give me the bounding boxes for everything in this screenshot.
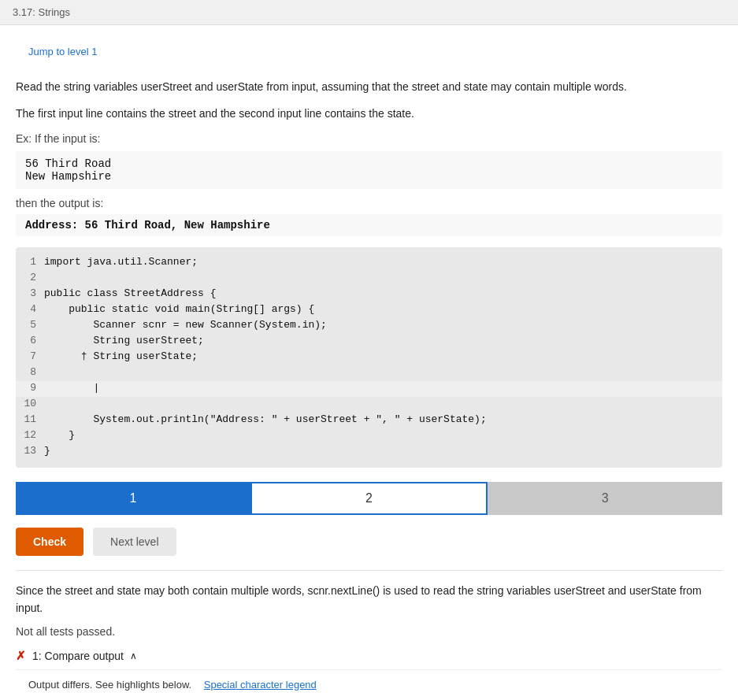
- code-line-3: 3 public class StreetAddress {: [16, 287, 722, 302]
- line-code: }: [44, 445, 722, 457]
- code-line-13: 13 }: [16, 444, 722, 460]
- line-number: 3: [16, 287, 44, 299]
- test-result-row[interactable]: ✗ 1: Compare output ∧: [16, 649, 722, 663]
- main-content: Read the string variables userStreet and…: [0, 65, 738, 700]
- output-example: Address: 56 Third Road, New Hampshire: [16, 214, 722, 236]
- description-line2: The first input line contains the street…: [16, 105, 722, 122]
- code-line-2: 2: [16, 271, 722, 287]
- line-number: 12: [16, 429, 44, 441]
- level-tab-1[interactable]: 1: [16, 482, 250, 515]
- level-tab-2[interactable]: 2: [250, 482, 488, 515]
- level-tab-3-label: 3: [602, 491, 609, 506]
- check-button[interactable]: Check: [16, 528, 83, 556]
- line-code: [44, 366, 722, 378]
- code-line-10: 10: [16, 397, 722, 413]
- breadcrumb-bar: 3.17: Strings: [0, 0, 738, 25]
- code-line-12: 12 }: [16, 428, 722, 444]
- line-code: }: [44, 429, 722, 441]
- output-diff-section: Output differs. See highlights below. Sp…: [16, 669, 722, 698]
- line-number: 10: [16, 398, 44, 409]
- line-code: System.out.println("Address: " + userStr…: [44, 413, 722, 425]
- description-line1: Read the string variables userStreet and…: [16, 78, 722, 95]
- level-tabs: 1 2 3: [16, 482, 722, 515]
- line-number: 1: [16, 256, 44, 268]
- code-line-5: 5 Scanner scnr = new Scanner(System.in);: [16, 318, 722, 334]
- code-editor[interactable]: 1 import java.util.Scanner; 2 3 public c…: [16, 247, 722, 468]
- feedback-section: Since the street and state may both cont…: [16, 570, 722, 700]
- buttons-row: Check Next level: [16, 528, 722, 556]
- special-char-legend-link[interactable]: Special character legend: [204, 679, 317, 691]
- line-number: 9: [16, 382, 44, 394]
- code-line-8: 8: [16, 365, 722, 381]
- code-line-7: 7 † String userState;: [16, 350, 722, 365]
- output-label: then the output is:: [16, 197, 722, 209]
- line-number: 13: [16, 445, 44, 457]
- breadcrumb-text: 3.17: Strings: [13, 6, 70, 18]
- code-line-6: 6 String userStreet;: [16, 334, 722, 350]
- chevron-up-icon: ∧: [130, 650, 137, 661]
- line-code: † String userState;: [44, 350, 722, 362]
- line-number: 2: [16, 272, 44, 283]
- line-code: |: [44, 382, 722, 394]
- line-code: Scanner scnr = new Scanner(System.in);: [44, 319, 722, 331]
- code-line-9: 9 |: [16, 381, 722, 397]
- code-line-4: 4 public static void main(String[] args)…: [16, 302, 722, 318]
- not-passed-text: Not all tests passed.: [16, 625, 722, 638]
- next-level-button[interactable]: Next level: [93, 528, 176, 556]
- level-tab-1-label: 1: [129, 491, 136, 506]
- level-tab-2-label: 2: [365, 491, 373, 506]
- line-code: import java.util.Scanner;: [44, 256, 722, 268]
- level-tab-3[interactable]: 3: [488, 482, 722, 515]
- line-number: 8: [16, 366, 44, 378]
- test-result-label: 1: Compare output: [32, 650, 124, 662]
- page-wrapper: 3.17: Strings Jump to level 1 Read the s…: [0, 0, 738, 700]
- output-diff-text: Output differs. See highlights below.: [28, 679, 191, 691]
- line-code: [44, 272, 722, 283]
- code-line-11: 11 System.out.println("Address: " + user…: [16, 413, 722, 428]
- line-code: [44, 398, 722, 409]
- jump-to-level-link[interactable]: Jump to level 1: [16, 38, 722, 65]
- line-code: public static void main(String[] args) {: [44, 303, 722, 315]
- line-number: 6: [16, 335, 44, 346]
- feedback-explanation: Since the street and state may both cont…: [16, 582, 722, 617]
- line-number: 5: [16, 319, 44, 331]
- input-example: 56 Third RoadNew Hampshire: [16, 151, 722, 189]
- example-label: Ex: If the input is:: [16, 132, 722, 145]
- line-code: String userStreet;: [44, 335, 722, 346]
- line-number: 7: [16, 350, 44, 362]
- line-code: public class StreetAddress {: [44, 287, 722, 299]
- line-number: 4: [16, 303, 44, 315]
- code-line-1: 1 import java.util.Scanner;: [16, 255, 722, 271]
- line-number: 11: [16, 413, 44, 425]
- fail-icon: ✗: [16, 649, 26, 663]
